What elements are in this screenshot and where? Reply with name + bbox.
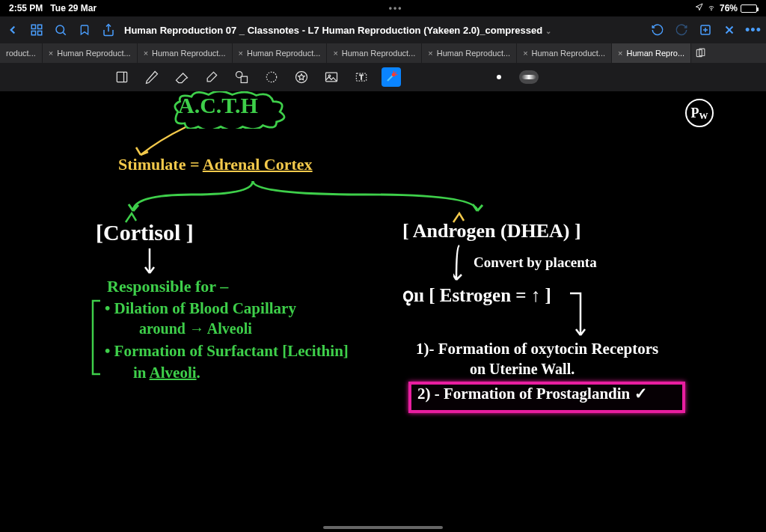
- more-icon[interactable]: •••: [745, 22, 762, 38]
- tab-7[interactable]: ×Human Repro...: [612, 43, 691, 63]
- svg-rect-1: [31, 25, 35, 28]
- share-icon[interactable]: [100, 22, 117, 38]
- close-button[interactable]: [721, 22, 738, 38]
- arrow-estrogen-down: [567, 292, 589, 344]
- pw-logo: PW: [685, 99, 714, 127]
- chevron-down-icon: ⌄: [545, 27, 551, 35]
- formation-line2: in Alveoli.: [133, 364, 200, 382]
- svg-rect-15: [117, 72, 126, 82]
- tab-0[interactable]: roduct...: [0, 43, 43, 63]
- arrow-androgen-down: [453, 244, 474, 285]
- laser-tool[interactable]: [382, 67, 401, 87]
- status-time: 2:55 PM: [9, 3, 43, 13]
- tab-overflow-icon[interactable]: [691, 43, 709, 63]
- close-icon[interactable]: ×: [428, 49, 432, 58]
- readonly-tool[interactable]: [112, 67, 132, 87]
- responsible-text: Responsible for –: [107, 277, 228, 296]
- dilation-line1: • Dilation of Blood Capillary: [105, 299, 296, 318]
- add-page-button[interactable]: [697, 22, 714, 38]
- canvas[interactable]: PW A.C.T.H Stimulate = Adrenal Cortex [C…: [43, 91, 723, 514]
- status-dots: •••: [389, 3, 403, 13]
- svg-rect-2: [38, 25, 42, 28]
- close-icon[interactable]: ×: [239, 49, 243, 58]
- svg-line-25: [387, 76, 393, 81]
- color-dot[interactable]: [489, 67, 509, 87]
- battery-pct: 76%: [720, 3, 738, 13]
- tab-5[interactable]: ×Human Reproduct...: [422, 43, 517, 63]
- oxytocin-line2: on Uterine Wall.: [470, 361, 574, 378]
- svg-text:T: T: [359, 73, 363, 81]
- svg-line-29: [395, 72, 396, 73]
- status-date: Tue 29 Mar: [50, 3, 96, 13]
- stimulate-text: Stimulate = Adrenal Cortex: [118, 155, 313, 174]
- acth-label: A.C.T.H: [178, 93, 258, 118]
- svg-point-5: [56, 25, 64, 34]
- eraser-tool[interactable]: [172, 67, 192, 87]
- svg-rect-4: [38, 31, 42, 35]
- stroke-width[interactable]: [519, 67, 539, 87]
- svg-line-6: [63, 32, 65, 34]
- svg-rect-3: [31, 31, 35, 35]
- estrogen-label: ǫıı [ Estrogen = ↑ ]: [402, 284, 551, 306]
- wifi-icon: [706, 3, 717, 13]
- tab-6[interactable]: ×Human Reproduct...: [517, 43, 612, 63]
- svg-point-0: [711, 10, 712, 10]
- document-title[interactable]: Human Reproduction 07 _ Classnotes - L7 …: [124, 25, 642, 36]
- grid-icon[interactable]: [28, 22, 45, 38]
- dilation-line2: around → Alveoli: [139, 320, 252, 337]
- close-icon[interactable]: ×: [333, 49, 337, 58]
- toolbar: T: [0, 63, 766, 91]
- undo-button[interactable]: [649, 22, 666, 38]
- tab-2[interactable]: ×Human Reproduct...: [138, 43, 233, 63]
- image-tool[interactable]: [322, 67, 341, 87]
- highlighter-tool[interactable]: [202, 67, 221, 87]
- tab-4[interactable]: ×Human Reproduct...: [327, 43, 422, 63]
- formation-line1: • Formation of Surfactant [Lecithin]: [105, 342, 349, 361]
- androgen-label: [ Androgen (DHEA) ]: [402, 220, 581, 242]
- oxytocin-line1: 1)- Formation of oxytocin Receptors: [416, 340, 658, 358]
- convert-text: Convert by placenta: [474, 254, 597, 271]
- nav-bar: Human Reproduction 07 _ Classnotes - L7 …: [0, 16, 766, 43]
- close-icon[interactable]: ×: [523, 49, 527, 58]
- cortisol-label: [Cortisol ]: [96, 220, 194, 245]
- favorites-tool[interactable]: [292, 67, 311, 87]
- location-icon: [695, 3, 703, 13]
- left-bracket: [90, 299, 102, 378]
- tab-strip: roduct... ×Human Reproduct... ×Human Rep…: [0, 43, 766, 63]
- svg-point-19: [266, 72, 276, 82]
- home-indicator[interactable]: [323, 526, 443, 529]
- pen-tool[interactable]: [142, 67, 162, 87]
- arrow-cortisol-down: [141, 247, 163, 281]
- lasso-tool[interactable]: [262, 67, 281, 87]
- tab-3[interactable]: ×Human Reproduct...: [233, 43, 328, 63]
- svg-rect-18: [241, 76, 247, 82]
- text-tool[interactable]: T: [352, 67, 371, 87]
- close-icon[interactable]: ×: [618, 49, 622, 58]
- tab-1[interactable]: ×Human Reproduct...: [43, 43, 138, 63]
- prostaglandin-text: 2) - Formation of Prostaglandin ✓: [417, 385, 648, 403]
- redo-button[interactable]: [673, 22, 690, 38]
- close-icon[interactable]: ×: [49, 49, 53, 58]
- search-icon[interactable]: [52, 22, 69, 38]
- bookmark-icon[interactable]: [76, 22, 93, 38]
- status-bar: 2:55 PM Tue 29 Mar ••• 76%: [0, 0, 766, 16]
- close-icon[interactable]: ×: [144, 49, 148, 58]
- shapes-tool[interactable]: [232, 67, 251, 87]
- battery-icon: [741, 4, 757, 13]
- back-button[interactable]: [4, 22, 21, 38]
